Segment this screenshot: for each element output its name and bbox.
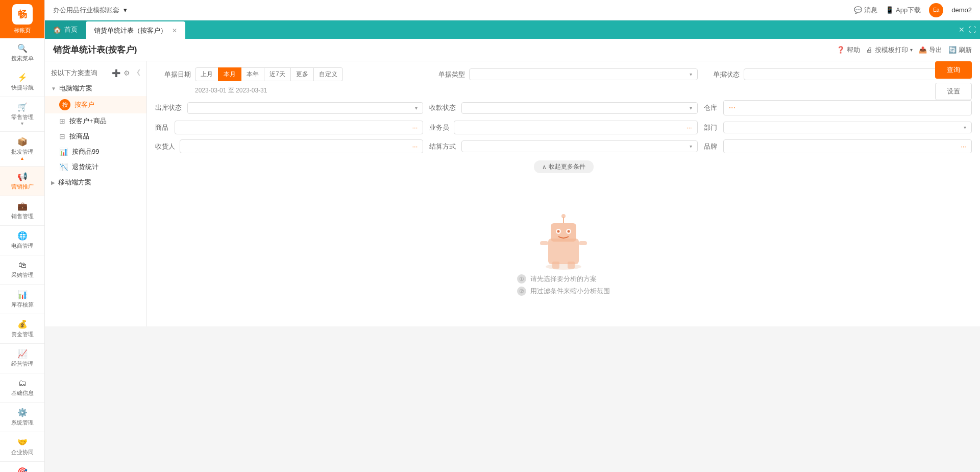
sidebar-item-enterprise[interactable]: 🤝 企业协同	[0, 432, 44, 462]
out-status-select[interactable]: ▾	[187, 102, 423, 114]
hint-text-1: 请先选择要分析的方案	[530, 274, 597, 284]
scheme-collapse-icon[interactable]: 《	[133, 68, 140, 78]
sidebar-item-inventory[interactable]: 📊 库存核算	[0, 285, 44, 314]
date-btn-custom[interactable]: 自定义	[313, 67, 343, 81]
header-dropdown[interactable]: ▾	[124, 6, 127, 14]
payment-select[interactable]: ▾	[461, 140, 697, 152]
user-avatar[interactable]: Ea	[929, 3, 943, 17]
doc-status-filter-group: 单据状态 ▾	[704, 68, 972, 80]
main-wrapper: 按以下方案查询 ➕ ⚙ 《 ▼ 电脑端方案 按 按客户	[45, 61, 980, 326]
sidebar-item-ops[interactable]: 📈 经营管理	[0, 344, 44, 373]
dept-select[interactable]: ▾	[723, 122, 972, 133]
svg-rect-1	[548, 239, 579, 264]
date-btn-7days[interactable]: 近7天	[264, 67, 291, 81]
scheme-item-icon3: 📊	[59, 148, 68, 156]
date-btn-this-year[interactable]: 本年	[241, 67, 264, 81]
sidebar-item-basic[interactable]: 🗂 基础信息	[0, 373, 44, 403]
sidebar-item-search[interactable]: 🔍 搜索菜单	[0, 38, 44, 67]
tab-maximize-btn[interactable]: ⛶	[969, 26, 976, 34]
enterprise-icon: 🤝	[17, 437, 28, 447]
sidebar-item-newbie[interactable]: 🎯 新手引导	[0, 462, 44, 472]
sidebar-item-marketing[interactable]: 📢 营销推广	[0, 167, 44, 196]
logo-area[interactable]: 畅 标账页	[0, 0, 44, 38]
consignee-label: 收货人	[155, 142, 176, 151]
template-print-btn[interactable]: 🖨 按模板打印 ▾	[866, 45, 913, 55]
dept-group: 部门 ▾	[704, 121, 972, 134]
brand-dots: ···	[961, 143, 966, 150]
date-btn-this-month[interactable]: 本月	[218, 67, 241, 81]
tabs-actions: ✕ ⛶	[959, 26, 980, 34]
scheme-item-return-stats[interactable]: 📉 退货统计	[45, 159, 146, 175]
date-btn-last-month[interactable]: 上月	[195, 67, 218, 81]
app-download-btn[interactable]: 📱 App下载	[886, 6, 921, 15]
sidebar-item-quicknav[interactable]: ⚡ 快捷导航	[0, 67, 44, 97]
receipt-status-arrow: ▾	[690, 105, 692, 111]
app-download-label: App下载	[896, 6, 921, 15]
top-header: 办公用品行业模拟账套 ▾ 💬 消息 📱 App下载 Ea demo2	[45, 0, 980, 20]
sidebar-item-purchase[interactable]: 🛍 采购管理	[0, 255, 44, 285]
sidebar-item-ecommerce[interactable]: 🌐 电商管理	[0, 226, 44, 255]
warehouse-group: 仓库 ···	[704, 100, 972, 115]
tab-close-all-btn[interactable]: ✕	[959, 26, 965, 34]
scheme-group-mobile-header[interactable]: ▶ 移动端方案	[45, 175, 146, 190]
header-right: 💬 消息 📱 App下载 Ea demo2	[854, 3, 972, 17]
download-icon: 📱	[886, 6, 894, 14]
doc-type-label: 单据类型	[429, 70, 465, 79]
staff-input[interactable]: ···	[454, 121, 697, 134]
scheme-item-icon: ⊞	[59, 117, 65, 125]
scheme-item-icon4: 📉	[59, 163, 68, 171]
scheme-add-icon[interactable]: ➕	[112, 69, 120, 77]
tab-home[interactable]: 🏠 首页	[45, 20, 86, 39]
export-icon: 📤	[919, 46, 927, 54]
product-label: 商品	[155, 123, 170, 132]
query-btn[interactable]: 查询	[935, 61, 972, 79]
sidebar-item-finance[interactable]: 💰 资金管理	[0, 314, 44, 344]
scheme-settings-icon[interactable]: ⚙	[124, 69, 130, 77]
sidebar-menu: 🔍 搜索菜单 ⚡ 快捷导航 🛒 零售管理 ▼ 📦 批发管理 ▲ 📢 营销推广 💼…	[0, 38, 44, 472]
brand-input[interactable]: ···	[723, 139, 972, 153]
hint-item-2: ② 用过滤条件来缩小分析范围	[517, 287, 610, 296]
system-icon: ⚙️	[17, 408, 28, 417]
scheme-header-actions: ➕ ⚙ 《	[112, 68, 140, 78]
refresh-btn[interactable]: 🔄 刷新	[948, 45, 972, 55]
product-input[interactable]: ···	[175, 121, 423, 134]
messages-btn[interactable]: 💬 消息	[854, 6, 877, 15]
scheme-group-mobile: ▶ 移动端方案	[45, 175, 146, 190]
scheme-group-desktop-header[interactable]: ▼ 电脑端方案	[45, 81, 146, 96]
sidebar-search-label: 搜索菜单	[11, 55, 34, 62]
svg-rect-11	[552, 262, 559, 269]
tab-sales-stats[interactable]: 销货单统计表（按客户） ✕	[86, 21, 185, 40]
scheme-item-by-product[interactable]: ⊟ 按商品	[45, 129, 146, 144]
help-btn[interactable]: ❓ 帮助	[837, 45, 860, 55]
filter-row-2: 出库状态 ▾ 收款状态 ▾	[155, 100, 972, 115]
settings-btn[interactable]: 设置	[935, 83, 972, 100]
svg-rect-10	[579, 241, 587, 245]
date-range-text: 2023-03-01 至 2023-03-31	[195, 87, 267, 94]
collapse-trigger[interactable]: ∧ 收起更多条件	[534, 160, 594, 173]
sidebar-item-wholesale[interactable]: 📦 批发管理 ▲	[0, 132, 44, 167]
right-panel: 单据日期 上月 本月 本年 近7天 更多 自定义	[147, 61, 980, 326]
sidebar-item-retail[interactable]: 🛒 零售管理 ▼	[0, 97, 44, 132]
scheme-group-desktop: ▼ 电脑端方案 按 按客户 ⊞ 按客户+商品 ⊟ 按商品	[45, 81, 146, 175]
tab-close-btn[interactable]: ✕	[172, 27, 177, 34]
export-btn[interactable]: 📤 导出	[919, 45, 942, 55]
scheme-item-by-product-99[interactable]: 📊 按商品99	[45, 144, 146, 159]
scheme-item-by-customer-product[interactable]: ⊞ 按客户+商品	[45, 113, 146, 129]
tabs-bar: 🏠 首页 销货单统计表（按客户） ✕ ✕ ⛶	[45, 20, 980, 39]
product-dots: ···	[412, 124, 418, 131]
consignee-input[interactable]: ···	[180, 139, 423, 153]
svg-rect-9	[540, 241, 548, 245]
empty-illustration	[530, 208, 597, 274]
receipt-status-select[interactable]: ▾	[461, 102, 697, 114]
doc-type-select[interactable]: ▾	[469, 68, 697, 80]
warehouse-input[interactable]: ···	[723, 100, 972, 115]
wholesale-icon: 📦	[17, 137, 28, 147]
sidebar-item-sales[interactable]: 💼 销售管理	[0, 196, 44, 226]
payment-arrow: ▾	[690, 144, 692, 149]
date-btn-more[interactable]: 更多	[290, 67, 314, 81]
scheme-item-by-customer[interactable]: 按 按客户	[45, 96, 146, 113]
sidebar-item-system[interactable]: ⚙️ 系统管理	[0, 403, 44, 432]
dept-label: 部门	[704, 123, 719, 132]
export-label: 导出	[929, 45, 942, 55]
scheme-item-label: 按客户+商品	[69, 116, 107, 126]
